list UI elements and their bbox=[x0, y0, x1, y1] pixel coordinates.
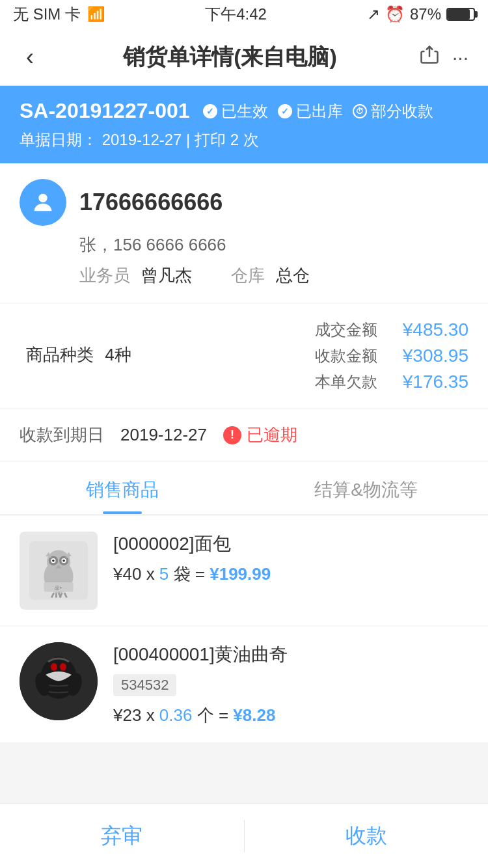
price-x-2: x bbox=[146, 705, 159, 725]
price-base-2: ¥23 bbox=[113, 705, 141, 725]
badge-effective-label: 已生效 bbox=[221, 101, 268, 122]
location-icon: ↗ bbox=[367, 5, 380, 23]
badge-shipped: ✓ 已出库 bbox=[278, 101, 343, 122]
product-name-2: [000400001]黄油曲奇 bbox=[113, 642, 468, 667]
product-name-1: [0000002]面包 bbox=[113, 532, 468, 556]
product-total-2: ¥8.28 bbox=[233, 705, 275, 725]
nav-actions: ··· bbox=[420, 45, 468, 69]
type-label: 商品种类 bbox=[26, 345, 94, 364]
amount-row: 成交金额 ¥485.30 bbox=[315, 319, 468, 340]
product-info-2: [000400001]黄油曲奇 534532 ¥23 x 0.36 个 = ¥8… bbox=[113, 642, 468, 727]
doc-date: 单据日期： 2019-12-27 | 打印 2 次 bbox=[20, 129, 468, 150]
bottom-bar: 弃审 收款 bbox=[0, 803, 488, 868]
cancel-button[interactable]: 弃审 bbox=[0, 809, 244, 863]
overdue-icon: ! bbox=[223, 426, 241, 444]
svg-point-9 bbox=[52, 560, 55, 562]
nav-bar: ‹ 销货单详情(来自电脑) ··· bbox=[0, 29, 488, 86]
tab-settlement[interactable]: 结算&物流等 bbox=[244, 462, 488, 514]
customer-section: 17666666666 张，156 6666 6666 业务员 曾凡杰 仓库 总… bbox=[0, 163, 488, 303]
price-eq-2: = bbox=[219, 705, 233, 725]
product-unit-1: 袋 bbox=[174, 564, 191, 584]
check-icon: ✓ bbox=[203, 104, 217, 118]
product-info-1: [0000002]面包 ¥40 x 5 袋 = ¥199.99 bbox=[113, 532, 468, 586]
overdue-text: 已逾期 bbox=[247, 424, 297, 446]
more-icon[interactable]: ··· bbox=[452, 46, 468, 68]
svg-text:品+: 品+ bbox=[55, 585, 62, 591]
price-x-1: x bbox=[146, 564, 159, 584]
svg-point-24 bbox=[51, 663, 57, 671]
product-thumbnail-1: 品+ bbox=[20, 532, 98, 610]
page-title: 销货单详情(来自电脑) bbox=[123, 42, 337, 72]
sales-info: 业务员 曾凡杰 bbox=[79, 264, 192, 287]
due-date: 2019-12-27 bbox=[120, 425, 207, 445]
stats-right: 成交金额 ¥485.30 收款金额 ¥308.95 本单欠款 ¥176.35 bbox=[315, 319, 468, 392]
battery-icon bbox=[446, 8, 475, 21]
customer-name: 张，156 6666 6666 bbox=[20, 234, 468, 256]
warehouse-info: 仓库 总仓 bbox=[231, 264, 310, 287]
customer-meta: 业务员 曾凡杰 仓库 总仓 bbox=[20, 264, 468, 287]
avatar bbox=[20, 179, 66, 226]
confirm-button[interactable]: 收款 bbox=[245, 809, 489, 863]
product-qty-2: 0.36 bbox=[159, 705, 193, 725]
due-section: 收款到期日 2019-12-27 ! 已逾期 bbox=[0, 409, 488, 461]
sales-label: 业务员 bbox=[79, 265, 130, 285]
type-value: 4种 bbox=[105, 345, 131, 364]
status-bar: 无 SIM 卡 📶 下午4:42 ↗ ⏰ 87% bbox=[0, 0, 488, 29]
overdue-badge: ! 已逾期 bbox=[223, 424, 297, 446]
product-type-row: 商品种类 4种 bbox=[20, 344, 131, 366]
price-base-1: ¥40 bbox=[113, 564, 141, 584]
warehouse-value: 总仓 bbox=[276, 265, 310, 285]
owing-row: 本单欠款 ¥176.35 bbox=[315, 372, 468, 392]
owing-value: ¥176.35 bbox=[390, 372, 468, 392]
owing-label: 本单欠款 bbox=[315, 372, 377, 392]
status-right: ↗ ⏰ 87% bbox=[367, 5, 475, 23]
tabs-section: 销售商品 结算&物流等 bbox=[0, 462, 488, 515]
svg-point-10 bbox=[62, 560, 65, 562]
due-label: 收款到期日 bbox=[20, 424, 104, 446]
product-unit-2: 个 bbox=[197, 705, 214, 725]
stats-left: 商品种类 4种 bbox=[20, 319, 131, 392]
order-number: SA-20191227-001 bbox=[20, 99, 190, 123]
customer-phone: 17666666666 bbox=[79, 189, 223, 216]
product-item: 品+ [0000002]面包 ¥40 x 5 袋 = ¥199.99 bbox=[0, 516, 488, 625]
sales-value: 曾凡杰 bbox=[141, 265, 192, 285]
badge-partial: ⏱ 部分收款 bbox=[353, 101, 433, 122]
battery-percent: 87% bbox=[410, 5, 441, 23]
carrier-text: 无 SIM 卡 bbox=[13, 4, 81, 25]
received-row: 收款金额 ¥308.95 bbox=[315, 346, 468, 366]
status-left: 无 SIM 卡 📶 bbox=[13, 4, 105, 25]
svg-point-1 bbox=[38, 194, 47, 202]
status-time: 下午4:42 bbox=[205, 4, 267, 25]
amount-label: 成交金额 bbox=[315, 319, 377, 340]
tab-sales-products[interactable]: 销售商品 bbox=[0, 462, 244, 514]
alarm-icon: ⏰ bbox=[385, 5, 405, 23]
received-label: 收款金额 bbox=[315, 346, 377, 366]
back-button[interactable]: ‹ bbox=[20, 37, 40, 77]
product-price-2: ¥23 x 0.36 个 = ¥8.28 bbox=[113, 704, 468, 727]
price-eq-1: = bbox=[195, 564, 210, 584]
product-tag-2: 534532 bbox=[113, 674, 176, 696]
blue-header: SA-20191227-001 ✓ 已生效 ✓ 已出库 ⏱ 部分收款 单据日期：… bbox=[0, 86, 488, 163]
tabs-row: 销售商品 结算&物流等 bbox=[0, 462, 488, 515]
product-price-1: ¥40 x 5 袋 = ¥199.99 bbox=[113, 563, 468, 586]
badge-effective: ✓ 已生效 bbox=[203, 101, 268, 122]
amount-value: ¥485.30 bbox=[390, 319, 468, 340]
stats-section: 商品种类 4种 成交金额 ¥485.30 收款金额 ¥308.95 本单欠款 ¥… bbox=[0, 304, 488, 408]
status-badges: ✓ 已生效 ✓ 已出库 ⏱ 部分收款 bbox=[203, 101, 433, 122]
clock-icon: ⏱ bbox=[353, 104, 367, 118]
product-qty-1: 5 bbox=[159, 564, 169, 584]
received-value: ¥308.95 bbox=[390, 346, 468, 366]
share-icon[interactable] bbox=[420, 45, 439, 69]
product-total-1: ¥199.99 bbox=[210, 564, 271, 584]
product-list: 品+ [0000002]面包 ¥40 x 5 袋 = ¥199.99 bbox=[0, 516, 488, 815]
badge-partial-label: 部分收款 bbox=[371, 101, 433, 122]
badge-shipped-label: 已出库 bbox=[296, 101, 343, 122]
svg-point-25 bbox=[60, 663, 66, 671]
wifi-icon: 📶 bbox=[87, 6, 105, 23]
product-item-2: [000400001]黄油曲奇 534532 ¥23 x 0.36 个 = ¥8… bbox=[0, 627, 488, 742]
product-thumbnail-2 bbox=[20, 642, 98, 720]
warehouse-label: 仓库 bbox=[231, 265, 265, 285]
check-icon-2: ✓ bbox=[278, 104, 292, 118]
